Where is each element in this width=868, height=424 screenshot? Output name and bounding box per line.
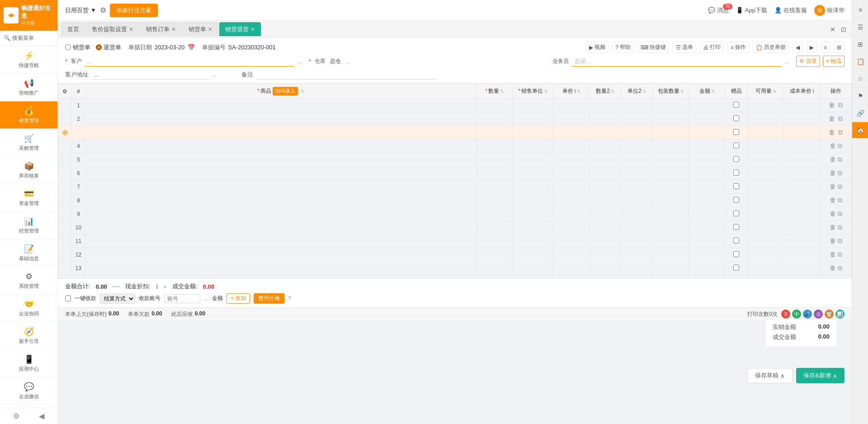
row-8-delete[interactable]: 🗑 bbox=[830, 196, 836, 204]
tab-return-close[interactable]: ✕ bbox=[250, 26, 255, 33]
select-btn[interactable]: ☰ 选单 bbox=[673, 42, 696, 53]
add-row-copy[interactable]: ⧉ bbox=[838, 129, 843, 136]
tab-price-settings[interactable]: 售价提取设置 ✕ bbox=[86, 22, 139, 36]
sidebar-item-app-center[interactable]: 📱 应用中心 bbox=[0, 350, 57, 377]
row-2-unit[interactable] bbox=[513, 112, 553, 126]
sidebar-item-basic-info[interactable]: 📝 基础信息 bbox=[0, 239, 57, 267]
account-dots[interactable]: ... bbox=[204, 295, 208, 302]
user-menu[interactable]: 徐 徐泽华 bbox=[814, 5, 844, 16]
save-new-button[interactable]: 保存&新增 ∧ bbox=[796, 368, 844, 383]
prev-btn[interactable]: ◀ bbox=[793, 42, 803, 53]
tab-sales-order[interactable]: 销售订单 ✕ bbox=[140, 22, 182, 36]
add-row-available[interactable] bbox=[748, 126, 784, 139]
add-row-amount[interactable] bbox=[689, 126, 725, 139]
right-icon-4[interactable]: 📋 bbox=[852, 53, 868, 70]
save-draft-button[interactable]: 保存草稿 ∧ bbox=[747, 368, 793, 383]
sidebar-item-operations[interactable]: 📊 经营管理 bbox=[0, 212, 57, 239]
list-view-btn[interactable]: ≡ bbox=[821, 42, 830, 53]
row-13-copy[interactable]: ⧉ bbox=[838, 264, 842, 272]
add-row-delete[interactable]: 🗑 bbox=[829, 129, 835, 136]
sidebar-item-enterprise-wechat[interactable]: 💬 企业微信 bbox=[0, 377, 57, 405]
row-9-delete[interactable]: 🗑 bbox=[830, 210, 836, 217]
row-1-product[interactable] bbox=[85, 99, 476, 112]
row-1-pkg[interactable] bbox=[653, 99, 689, 112]
icon-s[interactable]: S bbox=[781, 310, 790, 319]
row-1-unit2[interactable] bbox=[621, 99, 653, 112]
right-icon-8[interactable]: 🏠 bbox=[852, 122, 868, 138]
add-row-qty2[interactable] bbox=[590, 126, 621, 139]
online-service-button[interactable]: 👤 在线客服 bbox=[774, 6, 807, 14]
collapse-icon[interactable]: ◀ bbox=[39, 412, 44, 420]
shortcuts-btn[interactable]: ⌨ 快捷键 bbox=[637, 42, 669, 53]
row-2-delete[interactable]: 🗑 bbox=[829, 115, 835, 122]
row-12-copy[interactable]: ⧉ bbox=[838, 251, 842, 258]
sidebar-item-finance[interactable]: 💳 资金管理 bbox=[0, 184, 57, 212]
add-row-icon[interactable]: ⊕ bbox=[62, 129, 68, 136]
staff-dots[interactable]: ... bbox=[784, 58, 789, 65]
operate-btn[interactable]: ≡ 操作 bbox=[727, 42, 749, 53]
right-icon-3[interactable]: ⊞ bbox=[852, 36, 868, 52]
one-click-payment-checkbox[interactable] bbox=[65, 295, 71, 301]
topbar-settings-icon[interactable]: ⚙ bbox=[100, 6, 106, 14]
search-menu[interactable]: 🔍 搜索菜单 bbox=[0, 31, 57, 46]
tab-sales-order-close[interactable]: ✕ bbox=[171, 26, 176, 33]
row-1-qty2[interactable] bbox=[590, 99, 621, 112]
row-2-copy[interactable]: ⧉ bbox=[838, 115, 843, 122]
row-4-delete[interactable]: 🗑 bbox=[830, 142, 836, 149]
row-2-gift[interactable] bbox=[725, 112, 748, 126]
tab-sales[interactable]: 销货单 ✕ bbox=[183, 22, 218, 36]
sidebar-item-purchase[interactable]: 🛒 采购管理 bbox=[0, 129, 57, 157]
col-settings[interactable]: ⚙ bbox=[58, 84, 72, 99]
add-row-gift[interactable] bbox=[725, 126, 748, 139]
add-product-input[interactable] bbox=[87, 129, 474, 136]
sidebar-item-sales[interactable]: 💰 销售管理 bbox=[0, 101, 57, 129]
address-dots[interactable]: ... bbox=[212, 71, 216, 78]
row-10-delete[interactable]: 🗑 bbox=[830, 224, 836, 231]
add-logistics-btn[interactable]: + 物流 bbox=[823, 56, 844, 67]
discount-info-icon[interactable]: ℹ bbox=[156, 283, 158, 290]
add-row-unit2[interactable] bbox=[621, 126, 653, 139]
right-icon-7[interactable]: 🔗 bbox=[852, 105, 868, 121]
history-btn[interactable]: 📋 历史单据 bbox=[753, 42, 789, 53]
row-1-qty[interactable] bbox=[476, 99, 513, 112]
icon-chart[interactable]: 📊 bbox=[835, 310, 844, 319]
tab-sales-close[interactable]: ✕ bbox=[208, 26, 212, 33]
date-value[interactable]: 2023-03-20 bbox=[155, 44, 185, 51]
icon-screen[interactable]: ⊡ bbox=[814, 310, 823, 319]
add-payment-btn[interactable]: + 添加 bbox=[226, 293, 250, 304]
product-sort[interactable]: ⇅ bbox=[301, 89, 304, 94]
tab-price-settings-close[interactable]: ✕ bbox=[129, 26, 133, 33]
sidebar-item-marketing[interactable]: 📢 营销推广 bbox=[0, 74, 57, 101]
daily-selector[interactable]: 日用百货 ▼ bbox=[65, 6, 96, 14]
notes-input[interactable] bbox=[256, 70, 437, 80]
row-1-delete[interactable]: 🗑 bbox=[829, 101, 835, 109]
grid-view-btn[interactable]: ⊞ bbox=[834, 42, 844, 53]
settings-bottom-icon[interactable]: ⚙ bbox=[13, 412, 19, 420]
row-2-available[interactable] bbox=[748, 112, 784, 126]
right-icon-6[interactable]: ⚑ bbox=[852, 88, 868, 104]
customer-dots[interactable]: ... bbox=[297, 58, 302, 65]
add-row-pkg[interactable] bbox=[653, 126, 689, 139]
split-btn[interactable]: 费用分摊 bbox=[254, 293, 284, 304]
row-5-delete[interactable]: 🗑 bbox=[830, 156, 836, 163]
scan-btn[interactable]: 扫码录入 bbox=[273, 87, 298, 95]
row-4-copy[interactable]: ⧉ bbox=[838, 142, 842, 149]
row-12-delete[interactable]: 🗑 bbox=[830, 251, 836, 258]
next-btn[interactable]: ▶ bbox=[807, 42, 817, 53]
sidebar-item-inventory[interactable]: 📦 库存核算 bbox=[0, 157, 57, 184]
calendar-icon[interactable]: 📅 bbox=[188, 44, 195, 51]
row-1-price[interactable] bbox=[553, 99, 590, 112]
row-6-copy[interactable]: ⧉ bbox=[838, 169, 842, 176]
add-row-price[interactable] bbox=[553, 126, 590, 139]
right-icon-2[interactable]: ☰ bbox=[852, 19, 868, 35]
row-2-unit2[interactable] bbox=[621, 112, 653, 126]
row-1-amount[interactable] bbox=[689, 99, 725, 112]
row-7-delete[interactable]: 🗑 bbox=[830, 183, 836, 190]
print-btn[interactable]: 🖨 打印 bbox=[700, 42, 724, 53]
row-2-pkg[interactable] bbox=[653, 112, 689, 126]
row-1-gift[interactable] bbox=[725, 99, 748, 112]
row-11-copy[interactable]: ⧉ bbox=[838, 237, 842, 244]
tab-return[interactable]: 销货退货 ✕ bbox=[219, 22, 261, 36]
settlement-select[interactable]: 结算方式 bbox=[100, 294, 135, 304]
radio-sale[interactable]: 销货单 bbox=[65, 43, 90, 52]
